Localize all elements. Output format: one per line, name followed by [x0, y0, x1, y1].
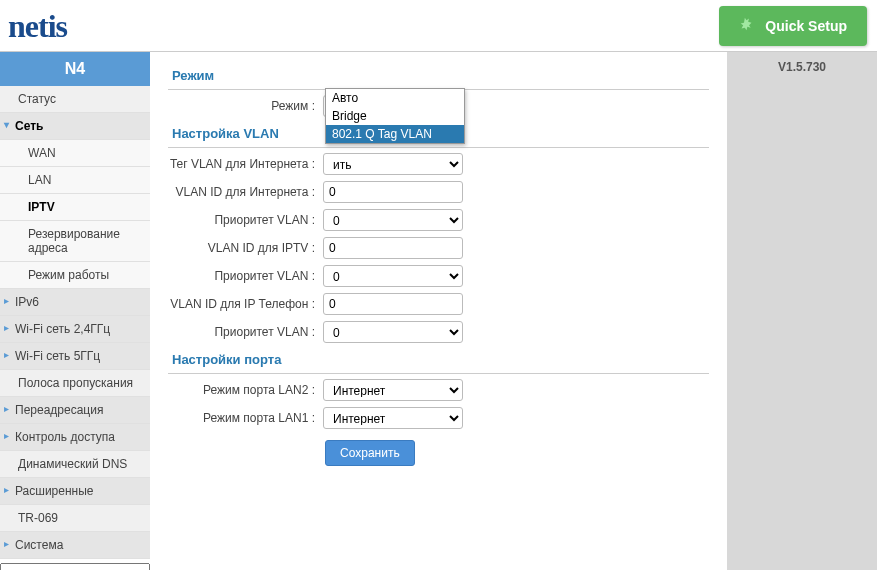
- nav-item-7[interactable]: IPv6: [0, 289, 150, 316]
- port-select-0[interactable]: Интернет: [323, 379, 463, 401]
- container: N4 СтатусСетьWANLANIPTVРезервирование ад…: [0, 52, 877, 570]
- nav-item-12[interactable]: Контроль доступа: [0, 424, 150, 451]
- mode-option-2[interactable]: 802.1 Q Tag VLAN: [326, 125, 464, 143]
- mode-label: Режим :: [168, 99, 323, 113]
- nav-item-15[interactable]: TR-069: [0, 505, 150, 532]
- nav-item-16[interactable]: Система: [0, 532, 150, 559]
- vlan-ctrl-0[interactable]: ить: [323, 153, 463, 175]
- vlan-label-4: Приоритет VLAN :: [168, 269, 323, 283]
- save-button[interactable]: Сохранить: [325, 440, 415, 466]
- nav-item-2[interactable]: WAN: [0, 140, 150, 167]
- nav-item-13[interactable]: Динамический DNS: [0, 451, 150, 478]
- vlan-ctrl-3[interactable]: [323, 237, 463, 259]
- vlan-ctrl-5[interactable]: [323, 293, 463, 315]
- wand-icon: [739, 16, 759, 36]
- nav-item-9[interactable]: Wi-Fi сеть 5ГГц: [0, 343, 150, 370]
- nav-item-8[interactable]: Wi-Fi сеть 2,4ГГц: [0, 316, 150, 343]
- nav-item-0[interactable]: Статус: [0, 86, 150, 113]
- logo: netis: [8, 8, 67, 45]
- vlan-label-5: VLAN ID для IP Телефон :: [168, 297, 323, 311]
- model-label: N4: [0, 52, 150, 86]
- nav-item-1[interactable]: Сеть: [0, 113, 150, 140]
- language-select[interactable]: Select Language (Авто): [0, 563, 150, 570]
- vlan-row-3: VLAN ID для IPTV :: [168, 234, 709, 262]
- vlan-ctrl-2[interactable]: 0: [323, 209, 463, 231]
- section-title-port: Настройки порта: [168, 346, 709, 374]
- mode-section: Режим Режим : 802.1 Q Tag VLAN АвтоBridg…: [168, 62, 709, 120]
- header: netis Quick Setup: [0, 0, 877, 52]
- quick-setup-label: Quick Setup: [765, 18, 847, 34]
- vlan-ctrl-4[interactable]: 0: [323, 265, 463, 287]
- vlan-label-2: Приоритет VLAN :: [168, 213, 323, 227]
- port-row-0: Режим порта LAN2 :Интернет: [168, 376, 709, 404]
- vlan-ctrl-6[interactable]: 0: [323, 321, 463, 343]
- port-row-1: Режим порта LAN1 :Интернет: [168, 404, 709, 432]
- version-panel: V1.5.730: [727, 52, 877, 570]
- nav-item-14[interactable]: Расширенные: [0, 478, 150, 505]
- version-label: V1.5.730: [778, 60, 826, 74]
- nav-item-11[interactable]: Переадресация: [0, 397, 150, 424]
- vlan-ctrl-1[interactable]: [323, 181, 463, 203]
- vlan-row-1: VLAN ID для Интернета :: [168, 178, 709, 206]
- vlan-label-3: VLAN ID для IPTV :: [168, 241, 323, 255]
- nav-item-4[interactable]: IPTV: [0, 194, 150, 221]
- vlan-label-0: Тег VLAN для Интернета :: [168, 157, 323, 171]
- nav-item-6[interactable]: Режим работы: [0, 262, 150, 289]
- port-select-1[interactable]: Интернет: [323, 407, 463, 429]
- port-label-0: Режим порта LAN2 :: [168, 383, 323, 397]
- vlan-row-0: Тег VLAN для Интернета :ить: [168, 150, 709, 178]
- vlan-label-6: Приоритет VLAN :: [168, 325, 323, 339]
- vlan-row-5: VLAN ID для IP Телефон :: [168, 290, 709, 318]
- quick-setup-button[interactable]: Quick Setup: [719, 6, 867, 46]
- nav-item-3[interactable]: LAN: [0, 167, 150, 194]
- vlan-row-2: Приоритет VLAN :0: [168, 206, 709, 234]
- port-label-1: Режим порта LAN1 :: [168, 411, 323, 425]
- nav-item-10[interactable]: Полоса пропускания: [0, 370, 150, 397]
- main-panel: Режим Режим : 802.1 Q Tag VLAN АвтоBridg…: [150, 52, 727, 570]
- sidebar: N4 СтатусСетьWANLANIPTVРезервирование ад…: [0, 52, 150, 570]
- mode-dropdown: АвтоBridge802.1 Q Tag VLAN: [325, 88, 465, 144]
- vlan-row-6: Приоритет VLAN :0: [168, 318, 709, 346]
- nav-item-5[interactable]: Резервирование адреса: [0, 221, 150, 262]
- vlan-row-4: Приоритет VLAN :0: [168, 262, 709, 290]
- vlan-label-1: VLAN ID для Интернета :: [168, 185, 323, 199]
- section-title-mode: Режим: [168, 62, 709, 90]
- mode-option-1[interactable]: Bridge: [326, 107, 464, 125]
- mode-option-0[interactable]: Авто: [326, 89, 464, 107]
